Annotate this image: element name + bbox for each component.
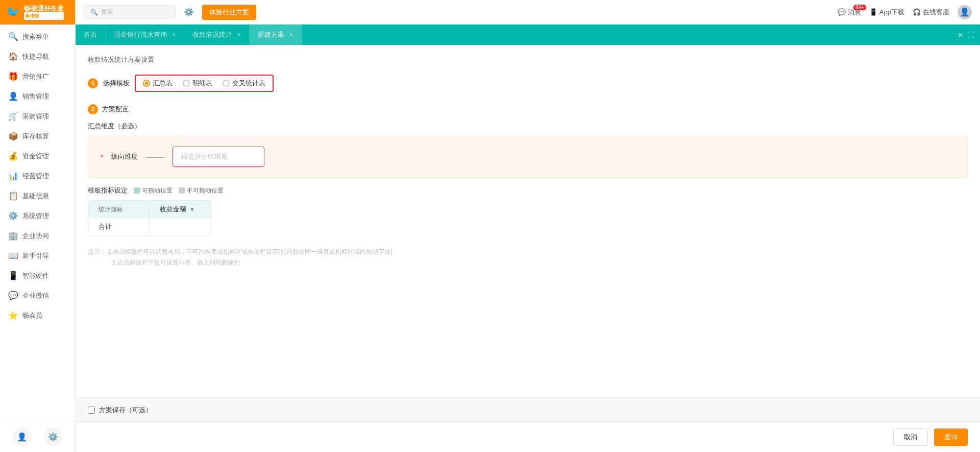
section-2: 2 方案配置 汇总维度（必选） * 纵向维度 —— 请选择分组维度 xyxy=(88,104,968,274)
tab-new-plan-close[interactable]: × xyxy=(289,31,293,38)
stats-column-1-header[interactable]: 收款金额 ▼ xyxy=(150,201,211,218)
stats-column-1-label: 收款金额 xyxy=(160,205,186,214)
radio-detail[interactable]: 明细表 xyxy=(183,79,212,88)
dimension-arrow: —— xyxy=(146,152,164,162)
sidebar-item-quick-nav[interactable]: 🏠 快捷导航 xyxy=(0,46,75,66)
dimension-label-text: 纵向维度 xyxy=(111,152,138,161)
purchase-icon: 🛒 xyxy=(8,111,18,121)
sidebar-item-label: 采购管理 xyxy=(22,112,49,121)
online-support-icon: 🎧 xyxy=(913,8,921,16)
tab-collection-stats-close[interactable]: × xyxy=(237,31,241,38)
tab-bar: 首页 现金银行流水查询 × 收款情况统计 × 新建方案 × ✕ ⛶ xyxy=(76,25,980,45)
tab-home-label: 首页 xyxy=(84,30,97,39)
tab-bank-flow-close[interactable]: × xyxy=(172,31,176,38)
sidebar-item-enterprise[interactable]: 🏢 企业协同 xyxy=(0,226,75,246)
trial-button[interactable]: 体验行业方案 xyxy=(202,5,256,20)
sidebar-item-inventory[interactable]: 📦 库存核算 xyxy=(0,126,75,146)
section-1-number: 1 xyxy=(88,78,98,88)
stats-label: 统计指标 xyxy=(99,205,123,214)
online-support-button[interactable]: 🎧 在线客服 xyxy=(913,8,949,17)
locked-badge: 不可拖动位置 xyxy=(179,186,224,195)
sidebar-item-smart-hw[interactable]: 📱 智能硬件 xyxy=(0,266,75,286)
enterprise-icon: 🏢 xyxy=(8,231,18,241)
tab-collection-stats[interactable]: 收款情况统计 × xyxy=(184,25,250,45)
sidebar-item-label: 畅会员 xyxy=(22,311,42,320)
sidebar-item-purchase[interactable]: 🛒 采购管理 xyxy=(0,106,75,126)
tab-home[interactable]: 首页 xyxy=(76,25,106,45)
user-avatar[interactable]: 👤 xyxy=(958,5,972,19)
metrics-section: 模板指标设定 可拖动位置 不可拖动位置 xyxy=(88,186,968,237)
sidebar-item-label: 搜索菜单 xyxy=(22,32,49,41)
stats-label-cell: 统计指标 xyxy=(88,201,150,218)
dimension-area: * 纵向维度 —— 请选择分组维度 xyxy=(88,136,968,178)
smart-hw-icon: 📱 xyxy=(8,271,18,280)
logo-text: 畅捷通好生意 xyxy=(24,5,64,13)
sidebar-item-system[interactable]: ⚙️ 系统管理 xyxy=(0,206,75,226)
window-maximize-icon[interactable]: ⛶ xyxy=(967,31,974,39)
template-radio-group: 汇总表 明细表 交叉统计表 xyxy=(135,75,274,92)
sidebar-item-wechat[interactable]: 💬 企业微信 xyxy=(0,286,75,305)
radio-cross-circle xyxy=(223,80,230,87)
sidebar-item-finance[interactable]: 💰 资金管理 xyxy=(0,146,75,166)
tab-new-plan[interactable]: 新建方案 × xyxy=(250,25,302,45)
sidebar-item-label: 系统管理 xyxy=(22,211,49,221)
settings-icon[interactable]: ⚙️ xyxy=(184,7,194,17)
logo-icon: 🐦 xyxy=(6,6,20,19)
sidebar-item-search-menu[interactable]: 🔍 搜索菜单 xyxy=(0,27,75,46)
content-area: 收款情况统计方案设置 1 选择模板 汇总表 明细表 xyxy=(76,45,980,452)
sidebar-item-marketing[interactable]: 🎁 营销推广 xyxy=(0,66,75,86)
marketing-icon: 🎁 xyxy=(8,72,18,81)
section-2-number: 2 xyxy=(88,104,98,114)
sidebar-bottom-icon-2[interactable]: ⚙️ xyxy=(44,427,62,446)
radio-summary[interactable]: 汇总表 xyxy=(143,79,173,88)
save-checkbox[interactable] xyxy=(88,407,95,414)
radio-summary-label: 汇总表 xyxy=(153,79,173,88)
sidebar-bottom-icon-1[interactable]: 👤 xyxy=(13,427,31,446)
sidebar-item-basic-info[interactable]: 📋 基础信息 xyxy=(0,186,75,206)
quick-nav-icon: 🏠 xyxy=(8,52,18,61)
header-actions: 💬 消息 99+ 📱 App下载 🎧 在线客服 👤 xyxy=(838,5,972,19)
sidebar-item-label: 库存核算 xyxy=(22,132,49,141)
tip-2: 2.点击标题栏下拉可设置排序、插入列和删除列 xyxy=(88,258,968,267)
radio-detail-label: 明细表 xyxy=(192,79,212,88)
sidebar: 🐦 畅捷通好生意 标准版 🔍 搜索菜单 🏠 快捷导航 🎁 营销推广 👤 销售管理… xyxy=(0,0,76,452)
section-2-title: 方案配置 xyxy=(102,105,129,114)
sidebar-item-operations[interactable]: 📊 经营管理 xyxy=(0,166,75,186)
cancel-button[interactable]: 取消 xyxy=(893,429,928,446)
dimension-placeholder: 请选择分组维度 xyxy=(181,152,228,161)
stats-row-1-label: 合计 xyxy=(88,218,150,235)
drag-indicator-icon xyxy=(134,187,140,194)
search-icon: 🔍 xyxy=(90,9,98,16)
newbie-icon: 📖 xyxy=(8,251,18,260)
message-badge: 99+ xyxy=(853,5,866,10)
sidebar-item-newbie[interactable]: 📖 新手引导 xyxy=(0,246,75,266)
radio-cross[interactable]: 交叉统计表 xyxy=(223,79,265,88)
locked-indicator-icon xyxy=(179,187,185,194)
app-download-button[interactable]: 📱 App下载 xyxy=(869,8,904,17)
section-2-header: 2 方案配置 xyxy=(88,104,968,114)
window-close-icon[interactable]: ✕ xyxy=(958,31,963,39)
tab-bank-flow-label: 现金银行流水查询 xyxy=(114,30,167,39)
sidebar-nav: 🔍 搜索菜单 🏠 快捷导航 🎁 营销推广 👤 销售管理 🛒 采购管理 📦 库存核… xyxy=(0,25,75,421)
sidebar-item-member[interactable]: ⭐ 畅会员 xyxy=(0,305,75,325)
sidebar-item-label: 快捷导航 xyxy=(22,52,49,61)
save-label: 方案保存（可选） xyxy=(99,406,152,415)
app-download-icon: 📱 xyxy=(869,8,877,16)
online-support-label: 在线客服 xyxy=(923,8,949,17)
message-button[interactable]: 💬 消息 99+ xyxy=(838,8,861,17)
query-button[interactable]: 查询 xyxy=(934,429,968,446)
header-search-bar[interactable]: 🔍 搜索 xyxy=(84,5,176,19)
sidebar-item-sales[interactable]: 👤 销售管理 xyxy=(0,86,75,106)
section-1: 1 选择模板 汇总表 明细表 交叉统计表 xyxy=(88,75,968,92)
stats-header-row: 统计指标 收款金额 ▼ xyxy=(88,201,211,218)
column-dropdown-icon: ▼ xyxy=(189,206,195,212)
radio-detail-circle xyxy=(183,80,190,87)
stats-row-1-text: 合计 xyxy=(99,223,112,230)
section-1-header: 1 选择模板 汇总表 明细表 交叉统计表 xyxy=(88,75,968,92)
search-placeholder-text: 搜索 xyxy=(101,8,113,16)
sidebar-item-label: 企业协同 xyxy=(22,231,49,241)
dimension-select[interactable]: 请选择分组维度 xyxy=(173,147,264,167)
tab-bank-flow[interactable]: 现金银行流水查询 × xyxy=(106,25,184,45)
main-area: 🔍 搜索 ⚙️ 体验行业方案 💬 消息 99+ 📱 App下载 🎧 在线客服 👤 xyxy=(76,0,980,452)
stats-body-row: 合计 xyxy=(88,218,211,235)
